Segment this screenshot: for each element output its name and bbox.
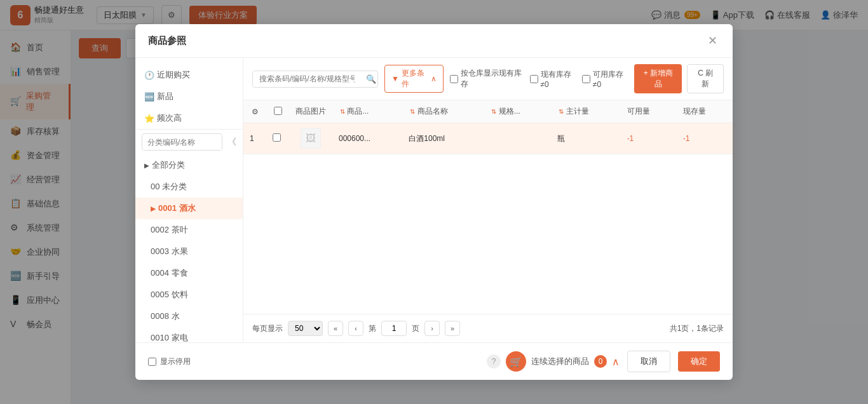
cat-beverage-label: 0005 饮料	[151, 289, 188, 300]
td-image: 🖼	[289, 123, 332, 154]
th-code-label: 商品...	[347, 107, 369, 116]
product-table-wrap: ⚙ 商品图片 ⇅ 商品...	[243, 100, 733, 314]
cat-all[interactable]: ▶ 全部分类	[135, 154, 243, 176]
checkbox-available-stock[interactable]: 可用库存≠0	[582, 69, 628, 89]
cat-quick-frequent-label: 频次高	[157, 112, 182, 124]
cat-liquor[interactable]: ▶ 0001 酒水	[135, 198, 243, 219]
new-icon: 🆕	[144, 92, 154, 102]
th-name-label: 商品名称	[417, 107, 448, 116]
page-size-label: 每页显示	[252, 323, 283, 334]
cat-liquor-arrow-icon: ▶	[151, 205, 156, 212]
category-collapse-btn[interactable]: 《	[227, 137, 236, 148]
next-page-button[interactable]: ›	[424, 321, 440, 336]
product-panel: 🔍 ▼ 更多条件 ∧ 按仓库显示现有库存 现有库存≠0	[243, 58, 733, 342]
th-name: ⇅ 商品名称	[402, 100, 484, 123]
checkbox-by-warehouse[interactable]: 按仓库显示现有库存	[450, 68, 524, 90]
show-disabled-text: 显示停用	[160, 356, 191, 367]
cat-quick-frequent[interactable]: ⭐ 频次高	[135, 107, 243, 129]
modal-footer: 显示停用 ? 🛒 连续选择的商品 0 ∧ 取消 确定	[135, 342, 733, 380]
table-header-row: ⚙ 商品图片 ⇅ 商品...	[243, 100, 733, 123]
th-spec-label: 规格...	[499, 107, 520, 116]
cat-snack-label: 0004 零食	[151, 267, 188, 279]
sort-icon-unit[interactable]: ⇅	[559, 108, 564, 115]
cart-button[interactable]: 🛒	[506, 351, 526, 372]
select-all-checkbox[interactable]	[274, 107, 282, 115]
add-product-button[interactable]: + 新增商品	[634, 64, 682, 93]
cancel-button[interactable]: 取消	[627, 351, 670, 372]
modal-close-button[interactable]: ✕	[705, 33, 720, 48]
cat-water[interactable]: 0008 水	[135, 306, 243, 327]
sort-icon-code[interactable]: ⇅	[340, 108, 345, 115]
category-panel: 🕐 近期购买 🆕 新品 ⭐ 频次高 🔍 《	[135, 58, 243, 342]
refresh-button[interactable]: C 刷新	[687, 64, 724, 93]
settings-col-icon[interactable]: ⚙	[252, 107, 259, 116]
cat-all-arrow-icon: ▶	[144, 162, 149, 169]
cat-water-label: 0008 水	[151, 311, 180, 322]
first-page-button[interactable]: «	[328, 321, 343, 336]
cat-quick-recent[interactable]: 🕐 近期购买	[135, 64, 243, 86]
show-disabled-label[interactable]: 显示停用	[148, 356, 191, 367]
td-code: 000600...	[332, 123, 402, 154]
checkbox-current-stock-input[interactable]	[530, 75, 538, 83]
cat-uncategorized-label: 00 未分类	[151, 181, 187, 192]
cat-appliance-label: 0010 家电	[151, 332, 188, 342]
product-table: ⚙ 商品图片 ⇅ 商品...	[243, 100, 733, 154]
page-unit: 页	[412, 323, 419, 334]
checkbox-available-stock-label: 可用库存≠0	[593, 69, 628, 89]
prev-page-button[interactable]: ‹	[348, 321, 363, 336]
available-value: -1	[627, 134, 634, 143]
cart-area: ? 🛒 连续选择的商品 0 ∧	[487, 351, 620, 372]
confirm-button[interactable]: 确定	[678, 351, 720, 372]
sort-icon-name[interactable]: ⇅	[410, 108, 415, 115]
product-search-input[interactable]	[253, 71, 361, 86]
product-search-icon[interactable]: 🔍	[361, 71, 378, 87]
more-filter-button[interactable]: ▼ 更多条件 ∧	[384, 65, 444, 93]
cat-appliance[interactable]: 0010 家电	[135, 327, 243, 342]
cat-all-label: 全部分类	[152, 159, 185, 171]
checkbox-current-stock-label: 现有库存≠0	[541, 69, 576, 89]
td-checkbox	[266, 123, 289, 154]
checkbox-current-stock[interactable]: 现有库存≠0	[530, 69, 576, 89]
cat-quick-new-label: 新品	[157, 91, 173, 102]
th-stock-label: 现存量	[683, 107, 706, 116]
cat-beverage[interactable]: 0005 饮料	[135, 284, 243, 306]
category-search-input[interactable]	[142, 135, 222, 150]
cat-tea[interactable]: 0002 茶叶	[135, 219, 243, 241]
th-stock: 现存量	[677, 100, 733, 123]
pagination-bar: 每页显示 50 10 20 100 « ‹ 第 页 › » 共1页，1条记录	[243, 314, 733, 342]
sort-icon-spec[interactable]: ⇅	[491, 108, 496, 115]
th-checkbox	[266, 100, 289, 123]
modal-body: 🕐 近期购买 🆕 新品 ⭐ 频次高 🔍 《	[135, 58, 733, 342]
cat-snack[interactable]: 0004 零食	[135, 262, 243, 284]
td-available: -1	[621, 123, 677, 154]
total-info: 共1页，1条记录	[670, 323, 724, 334]
modal-overlay: 商品参照 ✕ 🕐 近期购买 🆕 新品 ⭐ 频次高	[0, 0, 868, 404]
product-thumbnail: 🖼	[301, 128, 321, 149]
clock-icon: 🕐	[144, 71, 154, 80]
cat-fruit[interactable]: 0003 水果	[135, 241, 243, 262]
table-row[interactable]: 1 🖼 000600... 白酒100ml 瓶	[243, 123, 733, 154]
checkbox-available-stock-input[interactable]	[582, 75, 590, 83]
checkbox-by-warehouse-input[interactable]	[450, 75, 458, 83]
th-code: ⇅ 商品...	[332, 100, 402, 123]
category-search: 🔍	[142, 133, 222, 151]
cat-uncategorized[interactable]: 00 未分类	[135, 176, 243, 198]
last-page-button[interactable]: »	[445, 321, 460, 336]
collapse-cart-icon[interactable]: ∧	[612, 356, 620, 368]
page-number-input[interactable]	[381, 321, 407, 336]
show-disabled-checkbox[interactable]	[148, 358, 156, 366]
page-size-select[interactable]: 50 10 20 100	[288, 321, 323, 336]
cat-quick-recent-label: 近期购买	[157, 69, 190, 81]
filter-icon: ▼	[391, 74, 399, 83]
toolbar-right: + 新增商品 C 刷新	[634, 64, 724, 93]
help-icon[interactable]: ?	[487, 354, 501, 368]
star-icon: ⭐	[144, 114, 154, 123]
row-checkbox[interactable]	[273, 133, 281, 142]
cat-tea-label: 0002 茶叶	[151, 224, 188, 236]
product-reference-modal: 商品参照 ✕ 🕐 近期购买 🆕 新品 ⭐ 频次高	[135, 24, 733, 380]
modal-header: 商品参照 ✕	[135, 24, 733, 58]
td-stock: -1	[677, 123, 733, 154]
cat-quick-new[interactable]: 🆕 新品	[135, 86, 243, 107]
th-image-label: 商品图片	[295, 107, 326, 116]
stock-value: -1	[683, 134, 690, 143]
